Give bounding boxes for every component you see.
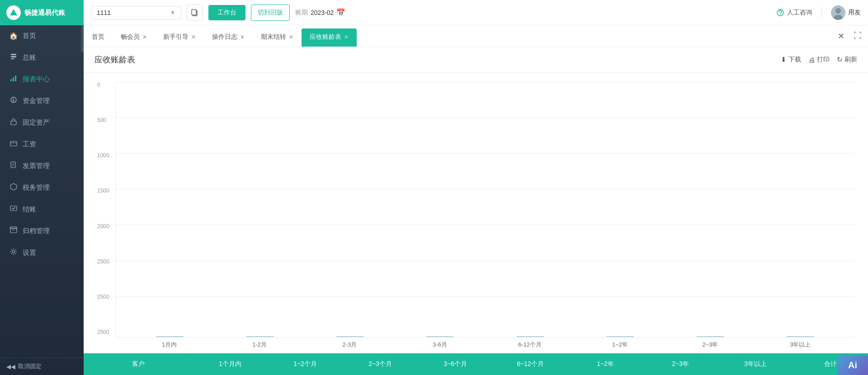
main-area: 1111 ▼ 工作台 切到旧版 账期 2023-02 📅 人工咨询 用友 首页: [84, 0, 868, 375]
x-label-4: 3-6月: [426, 341, 453, 349]
tabsbar-actions: ✕ ⛶: [836, 29, 863, 43]
user-menu[interactable]: 用友: [831, 5, 861, 20]
sidebar-item-label-archive: 归档管理: [23, 227, 50, 235]
sidebar-item-asset[interactable]: 固定资产: [0, 112, 84, 133]
tab-member-close[interactable]: ✕: [142, 34, 147, 40]
tax-icon: [9, 183, 18, 192]
copy-button[interactable]: [187, 5, 203, 21]
sidebar-item-ledger[interactable]: 总账: [0, 47, 84, 68]
tab-member[interactable]: 畅会员 ✕: [113, 28, 155, 47]
sidebar-item-archive[interactable]: 归档管理: [0, 220, 84, 242]
cancel-fixed-button[interactable]: ◀◀ 取消固定: [0, 357, 84, 375]
sidebar-item-label-report: 报表中心: [23, 75, 50, 84]
download-button[interactable]: ⬇ 下载: [781, 56, 801, 64]
calendar-icon[interactable]: 📅: [336, 8, 345, 17]
sidebar-item-invoice[interactable]: 发票管理: [0, 155, 84, 177]
svg-rect-8: [11, 121, 16, 125]
sidebar-item-fund[interactable]: $ 资金管理: [0, 90, 84, 112]
bar-2: [246, 336, 274, 337]
tab-log[interactable]: 操作日志 ✕: [204, 28, 253, 47]
svg-rect-2: [11, 58, 14, 59]
svg-rect-1: [11, 56, 16, 57]
sidebar-item-checkout[interactable]: 结账: [0, 198, 84, 220]
ledger-icon: [9, 53, 18, 62]
col-1-2m: 1~2个月: [268, 360, 343, 368]
sidebar-item-label-fund: 资金管理: [23, 97, 50, 105]
sidebar-item-settings[interactable]: 设置: [0, 242, 84, 263]
archive-icon: [9, 226, 18, 235]
bar-5: [517, 336, 544, 337]
account-selector[interactable]: 1111 ▼: [91, 6, 181, 19]
tab-guide-label: 新手引导: [163, 33, 189, 41]
sidebar-item-label-settings: 设置: [23, 248, 36, 257]
consult-button[interactable]: 人工咨询: [776, 9, 812, 17]
refresh-button[interactable]: ↻ 刷新: [837, 56, 857, 64]
svg-rect-0: [11, 54, 16, 55]
tab-period-end-close[interactable]: ✕: [289, 34, 293, 40]
col-2-3y: 2~3年: [643, 360, 718, 368]
x-label-1: 1月内: [156, 341, 183, 349]
tab-home[interactable]: 首页: [84, 28, 113, 47]
col-customer: 客户: [84, 360, 193, 368]
bar-group-4: [426, 336, 453, 337]
bar-group-8: [787, 336, 814, 337]
bar-group-1: [156, 336, 184, 337]
consult-label: 人工咨询: [787, 9, 812, 17]
cancel-fixed-icon: ◀◀: [6, 363, 15, 370]
old-version-button[interactable]: 切到旧版: [251, 5, 290, 21]
tab-log-close[interactable]: ✕: [240, 34, 245, 40]
logo-icon: [6, 5, 21, 20]
y-label-7: 2500: [97, 329, 111, 335]
svg-rect-9: [10, 141, 17, 146]
bar-group-5: [517, 336, 544, 337]
col-6-12m: 6~12个月: [493, 360, 568, 368]
y-label-3: 1500: [97, 188, 111, 194]
tabs-bar: 首页 畅会员 ✕ 新手引导 ✕ 操作日志 ✕ 期末结转 ✕ 应收账龄表 ✕ ✕ …: [84, 25, 868, 47]
bar-6: [607, 336, 634, 337]
close-window-button[interactable]: ✕: [836, 29, 846, 43]
col-3y-plus: 3年以上: [718, 360, 793, 368]
page-header: 应收账龄表 ⬇ 下载 🖨 打印 ↻ 刷新: [84, 47, 868, 73]
chevron-down-icon: ▼: [170, 9, 175, 16]
col-1-2y: 1~2年: [568, 360, 643, 368]
svg-rect-4: [13, 77, 14, 81]
sidebar-item-salary[interactable]: 工资: [0, 133, 84, 155]
col-1m: 1个月内: [193, 360, 268, 368]
chart-grid: [115, 82, 854, 337]
workspace-button[interactable]: 工作台: [208, 5, 245, 20]
y-label-2: 1000: [97, 152, 111, 159]
settings-icon: [9, 248, 18, 257]
asset-icon: [9, 118, 18, 127]
x-label-6: 1~2年: [607, 341, 634, 349]
maximize-window-button[interactable]: ⛶: [852, 29, 863, 42]
sidebar-item-tax[interactable]: 税务管理: [0, 177, 84, 198]
tab-aging-label: 应收账龄表: [310, 33, 341, 41]
bar-group-6: [607, 336, 634, 337]
tab-guide-close[interactable]: ✕: [191, 34, 196, 40]
account-name: 1111: [97, 9, 166, 16]
page-actions: ⬇ 下载 🖨 打印 ↻ 刷新: [781, 56, 857, 64]
svg-point-23: [780, 14, 781, 15]
tab-aging-close[interactable]: ✕: [344, 34, 349, 40]
x-label-8: 3年以上: [787, 341, 814, 349]
tab-guide[interactable]: 新手引导 ✕: [155, 28, 204, 47]
y-label-6: 2500: [97, 294, 111, 300]
tab-aging[interactable]: 应收账龄表 ✕: [302, 28, 357, 47]
chart-y-axis: 2500 2500 2500 2000 1500 1000 500 0: [97, 82, 115, 349]
divider: [821, 7, 822, 18]
svg-rect-21: [192, 9, 196, 15]
sidebar-item-label-home: 首页: [23, 32, 36, 40]
x-label-3: 2-3月: [336, 341, 363, 349]
period-value: 2023-02: [311, 9, 334, 16]
sidebar-item-report[interactable]: 报表中心: [0, 68, 84, 90]
ai-badge[interactable]: Ai: [837, 356, 868, 375]
print-button[interactable]: 🖨 打印: [808, 56, 830, 64]
tab-period-end[interactable]: 期末结转 ✕: [253, 28, 302, 47]
refresh-icon: ↻: [837, 56, 843, 64]
x-label-5: 6-12个月: [516, 341, 543, 349]
sidebar-item-home[interactable]: 🏠 首页: [0, 25, 84, 47]
refresh-label: 刷新: [844, 56, 857, 64]
tab-home-label: 首页: [92, 33, 104, 41]
content-area: 应收账龄表 ⬇ 下载 🖨 打印 ↻ 刷新 2500: [84, 47, 868, 375]
invoice-icon: [9, 161, 18, 170]
